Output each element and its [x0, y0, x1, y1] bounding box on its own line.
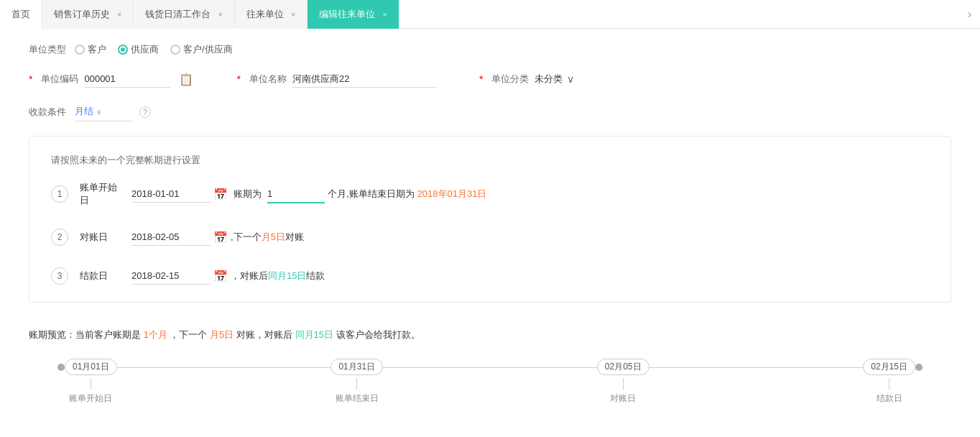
unit-category-value: 未分类: [535, 73, 563, 86]
main-content: 单位类型 客户 供应商 客户/供应商 * 单位编码 📋 *: [0, 29, 980, 437]
unit-info-row: * 单位编码 📋 * 单位名称 * 单位分类 未分类 ∨: [29, 70, 951, 88]
settlement-desc-prefix: ，对账后: [231, 270, 268, 282]
timeline-label-1: 账单开始日: [69, 392, 112, 405]
tab-edit-contact[interactable]: 编辑往来单位 ×: [308, 0, 399, 29]
settlement-label: 结款日: [80, 270, 123, 282]
tab-daily-work-close[interactable]: ×: [218, 10, 222, 19]
timeline-point-2: 01月31日 账单结束日: [330, 359, 383, 405]
unit-type-radio-group: 客户 供应商 客户/供应商: [75, 43, 233, 56]
unit-name-star: *: [236, 73, 240, 85]
preview-suffix: 该客户会给我打款。: [336, 329, 420, 340]
unit-type-row: 单位类型 客户 供应商 客户/供应商: [29, 43, 951, 56]
panel-title: 请按照未来的一个完整帐期进行设置: [51, 154, 929, 167]
preview-orange-2: 月5日: [210, 329, 234, 340]
unit-code-star: *: [29, 73, 32, 85]
account-start-cal-icon[interactable]: 📅: [213, 188, 228, 201]
chevron-down-icon: ∨: [567, 73, 574, 85]
radio-supplier[interactable]: 供应商: [118, 43, 159, 56]
unit-code-label: 单位编码: [41, 73, 78, 86]
timeline-vert-2: [356, 378, 357, 390]
timeline-vert-1: [91, 378, 91, 390]
timeline-points: 01月01日 账单开始日 01月31日 账单结束日 02月05日 对账日: [57, 359, 923, 405]
setting-row-3: 3 结款日 📅 ，对账后 同月15日 结款: [51, 267, 929, 285]
tab-more-button[interactable]: ›: [959, 8, 980, 21]
timeline-label-2: 账单结束日: [336, 392, 379, 405]
payment-dropdown[interactable]: 月结 ∨: [75, 102, 132, 121]
row-num-3: 3: [51, 267, 68, 285]
tab-contacts-close[interactable]: ×: [291, 10, 295, 19]
tab-daily-work-label: 钱货日清工作台: [145, 8, 211, 21]
timeline-vert-3: [623, 378, 624, 390]
timeline-badge-4: 02月15日: [863, 359, 915, 375]
period-suffix-label: 个月,账单结束日期为: [328, 188, 415, 201]
tab-daily-work[interactable]: 钱货日清工作台 ×: [134, 0, 234, 29]
radio-customer-circle: [75, 45, 85, 55]
reconcile-cal-icon[interactable]: 📅: [213, 231, 228, 244]
radio-supplier-circle: [118, 45, 128, 55]
tab-homepage[interactable]: 首页: [0, 0, 42, 29]
preview-mid-2: 对账，对账后: [236, 329, 292, 340]
unit-code-input[interactable]: [84, 70, 170, 88]
tab-bar: 首页 销售订单历史 × 钱货日清工作台 × 往来单位 × 编辑往来单位 × ›: [0, 0, 980, 29]
unit-code-group: * 单位编码 📋: [29, 70, 193, 88]
tab-sales-history-close[interactable]: ×: [117, 10, 121, 19]
tab-contacts-label: 往来单位: [246, 8, 284, 21]
help-icon[interactable]: ?: [139, 106, 151, 118]
radio-customer[interactable]: 客户: [75, 43, 106, 56]
unit-category-label: 单位分类: [491, 73, 529, 86]
tab-homepage-label: 首页: [11, 8, 30, 21]
unit-category-group: * 单位分类 未分类 ∨: [479, 73, 574, 86]
preview-section: 账期预览：当前客户账期是 1个月 ，下一个 月5日 对账，对账后 同月15日 该…: [29, 317, 951, 426]
account-start-label: 账单开始日: [80, 181, 123, 207]
tab-sales-history[interactable]: 销售订单历史 ×: [42, 0, 134, 29]
reconcile-desc-suffix: 对账: [285, 231, 304, 244]
timeline-point-4: 02月15日 结款日: [863, 359, 915, 405]
tab-edit-contact-label: 编辑往来单位: [319, 8, 375, 21]
settlement-cal-icon[interactable]: 📅: [213, 270, 228, 283]
payment-value: 月结: [75, 105, 93, 118]
unit-category-dropdown[interactable]: 未分类 ∨: [535, 73, 574, 86]
period-value-input[interactable]: [267, 185, 325, 203]
tab-contacts[interactable]: 往来单位 ×: [235, 0, 308, 29]
unit-type-label: 单位类型: [29, 43, 66, 56]
radio-both-label: 客户/供应商: [183, 43, 233, 56]
row-num-2: 2: [51, 229, 68, 246]
radio-both-circle: [170, 45, 180, 55]
tab-sales-history-label: 销售订单历史: [54, 8, 110, 21]
unit-code-icon[interactable]: 📋: [179, 73, 193, 86]
unit-name-group: * 单位名称: [236, 70, 435, 88]
reconcile-date-input[interactable]: [131, 229, 211, 246]
preview-mid-1: ，下一个: [170, 329, 207, 340]
account-start-date-input[interactable]: [131, 185, 211, 203]
preview-green: 同月15日: [295, 329, 333, 340]
row-num-1: 1: [51, 185, 68, 203]
setting-row-1: 1 账单开始日 📅 账期为 个月,账单结束日期为 2018年01月31日: [51, 181, 929, 207]
reconcile-orange-text: 月5日: [262, 231, 285, 244]
tab-edit-contact-close[interactable]: ×: [382, 10, 387, 19]
unit-name-input[interactable]: [292, 70, 436, 88]
unit-name-label: 单位名称: [249, 73, 287, 86]
preview-orange-1: 1个月: [144, 329, 167, 340]
timeline-label-4: 结款日: [877, 392, 902, 405]
settlement-date-input[interactable]: [131, 267, 211, 285]
timeline-point-3: 02月05日 对账日: [597, 359, 650, 405]
timeline-vert-4: [889, 378, 889, 390]
timeline-badge-1: 01月01日: [65, 359, 117, 375]
reconcile-desc-prefix: ,下一个: [231, 231, 262, 244]
payment-label: 收款条件: [29, 106, 66, 119]
preview-prefix: 账期预览：当前客户账期是: [29, 329, 141, 340]
payment-dropdown-arrow: ∨: [96, 108, 101, 116]
radio-supplier-label: 供应商: [131, 43, 159, 56]
settlement-desc-suffix: 结款: [306, 270, 325, 282]
preview-text: 账期预览：当前客户账期是 1个月 ，下一个 月5日 对账，对账后 同月15日 该…: [29, 328, 951, 341]
reconcile-label: 对账日: [80, 231, 123, 244]
radio-customer-label: 客户: [88, 43, 106, 56]
settings-panel: 请按照未来的一个完整帐期进行设置 1 账单开始日 📅 账期为 个月,账单结束日期…: [29, 136, 951, 303]
timeline-label-3: 对账日: [610, 392, 636, 405]
payment-row: 收款条件 月结 ∨ ?: [29, 102, 951, 121]
setting-row-2: 2 对账日 📅 ,下一个 月5日 对账: [51, 229, 929, 246]
timeline-wrapper: 01月01日 账单开始日 01月31日 账单结束日 02月05日 对账日: [29, 359, 951, 426]
radio-both[interactable]: 客户/供应商: [170, 43, 233, 56]
period-end-date: 2018年01月31日: [417, 188, 487, 201]
period-prefix-label: 账期为: [234, 188, 262, 201]
